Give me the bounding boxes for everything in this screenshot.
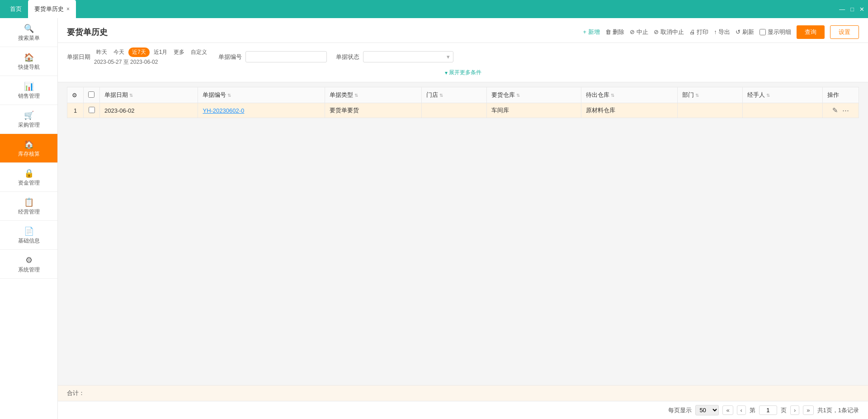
sidebar-item-label: 库存核算 xyxy=(18,150,40,158)
dept-sort-icon[interactable]: ⇅ xyxy=(695,93,699,98)
date-btns: 昨天 今天 近7天 近1月 更多 自定义 xyxy=(94,48,209,57)
settings-icon[interactable]: ⚙ xyxy=(72,92,77,99)
operations-mgmt-icon: 📋 xyxy=(24,198,34,206)
td-dept xyxy=(678,103,743,118)
td-req-warehouse: 车间库 xyxy=(486,103,581,118)
td-no[interactable]: YH-20230602-0 xyxy=(198,103,325,118)
show-detail-checkbox[interactable] xyxy=(760,29,766,35)
total-info: 共1页，1条记录 xyxy=(817,406,859,414)
window-maximize-btn[interactable]: □ xyxy=(850,6,854,13)
select-all-checkbox[interactable] xyxy=(88,91,94,98)
th-store-label: 门店 xyxy=(426,91,438,99)
pending-warehouse-sort-icon[interactable]: ⇅ xyxy=(611,93,614,98)
per-page-label: 每页显示 xyxy=(668,406,692,414)
window-minimize-btn[interactable]: — xyxy=(839,6,845,13)
pagination: 每页显示 20 50 100 « ‹ 第 页 › » 共1页，1条记录 xyxy=(58,401,868,419)
cancel-stop-button[interactable]: ⊘ 取消中止 xyxy=(654,28,684,36)
th-handler-label: 经手人 xyxy=(747,91,765,99)
sidebar-item-basic-info[interactable]: 📄 基础信息 xyxy=(0,221,57,250)
status-select[interactable] xyxy=(363,51,453,62)
th-pending-warehouse: 待出仓库 ⇅ xyxy=(581,87,678,103)
next-page-btn[interactable]: › xyxy=(790,405,799,415)
status-filter-group: 单据状态 ▾ xyxy=(336,51,453,62)
tab-close-btn[interactable]: × xyxy=(66,6,70,12)
main-layout: 🔍 搜索菜单 🏠 快捷导航 📊 销售管理 🛒 采购管理 🏠 库存核算 🔒 资金管… xyxy=(0,18,868,419)
stop-button[interactable]: ⊘ 中止 xyxy=(630,28,648,36)
date-sort-icon[interactable]: ⇅ xyxy=(129,93,133,98)
sidebar-item-system-mgmt[interactable]: ⚙ 系统管理 xyxy=(0,250,57,279)
sidebar-item-finance-mgmt[interactable]: 🔒 资金管理 xyxy=(0,163,57,192)
table-row: 1 2023-06-02 YH-20230602-0 要货单要货 车间库 原材料… xyxy=(67,103,859,118)
expand-more-label: 展开更多条件 xyxy=(449,69,481,76)
content-area: 要货单历史 + 新增 🗑 删除 ⊘ 中止 ⊘ 取消中止 🖨 打印 ↑ 导出 ↺ … xyxy=(58,18,868,419)
sidebar-item-search-menu[interactable]: 🔍 搜索菜单 xyxy=(0,18,57,47)
page-input[interactable] xyxy=(759,405,777,415)
first-page-btn[interactable]: « xyxy=(722,405,733,415)
set-button[interactable]: 设置 xyxy=(830,25,859,39)
handler-sort-icon[interactable]: ⇅ xyxy=(766,93,770,98)
delete-button[interactable]: 🗑 删除 xyxy=(605,28,625,36)
docno-input[interactable] xyxy=(245,51,327,62)
filter-area: 单据日期 昨天 今天 近7天 近1月 更多 自定义 2023-05-27 至 2… xyxy=(58,43,868,82)
docno-filter-group: 单据编号 xyxy=(218,51,327,62)
status-select-wrap: ▾ xyxy=(363,51,453,62)
td-checkbox xyxy=(84,103,100,118)
th-req-warehouse: 要货仓库 ⇅ xyxy=(486,87,581,103)
window-close-btn[interactable]: ✕ xyxy=(859,6,864,13)
sidebar-item-quick-nav[interactable]: 🏠 快捷导航 xyxy=(0,47,57,76)
page-suffix: 页 xyxy=(781,406,787,414)
date-range-display: 2023-05-27 至 2023-06-02 xyxy=(94,58,209,66)
sidebar: 🔍 搜索菜单 🏠 快捷导航 📊 销售管理 🛒 采购管理 🏠 库存核算 🔒 资金管… xyxy=(0,18,58,419)
date-btn-custom[interactable]: 自定义 xyxy=(189,48,209,57)
row-checkbox[interactable] xyxy=(89,107,95,113)
sidebar-item-operations-mgmt[interactable]: 📋 经营管理 xyxy=(0,192,57,221)
query-button[interactable]: 查询 xyxy=(797,25,825,39)
search-menu-icon: 🔍 xyxy=(24,24,34,33)
th-dept-label: 部门 xyxy=(682,91,694,99)
sidebar-item-label: 经营管理 xyxy=(18,208,40,216)
print-button[interactable]: 🖨 打印 xyxy=(689,28,709,36)
last-page-btn[interactable]: » xyxy=(803,405,813,415)
inventory-icon: 🏠 xyxy=(24,140,34,148)
req-warehouse-sort-icon[interactable]: ⇅ xyxy=(516,93,520,98)
tab-label: 要货单历史 xyxy=(34,5,64,13)
store-sort-icon[interactable]: ⇅ xyxy=(439,93,443,98)
date-btn-today[interactable]: 今天 xyxy=(111,48,127,57)
new-button[interactable]: + 新增 xyxy=(583,28,600,36)
th-ops: 操作 xyxy=(823,87,859,103)
refresh-button[interactable]: ↺ 刷新 xyxy=(736,28,754,36)
sidebar-item-sales-mgmt[interactable]: 📊 销售管理 xyxy=(0,76,57,105)
th-date-label: 单据日期 xyxy=(104,91,128,99)
date-btn-1month[interactable]: 近1月 xyxy=(151,48,170,57)
edit-op-icon[interactable]: ✎ xyxy=(831,106,840,114)
td-type: 要货单要货 xyxy=(325,103,421,118)
td-rownum: 1 xyxy=(67,103,84,118)
export-button[interactable]: ↑ 导出 xyxy=(714,28,730,36)
prev-page-btn[interactable]: ‹ xyxy=(737,405,746,415)
page-label: 第 xyxy=(750,406,755,414)
sidebar-item-label: 销售管理 xyxy=(18,92,40,100)
system-mgmt-icon: ⚙ xyxy=(25,256,33,264)
date-btn-more[interactable]: 更多 xyxy=(171,48,187,57)
th-dept: 部门 ⇅ xyxy=(678,87,743,103)
show-detail-label: 显示明细 xyxy=(768,28,791,36)
type-sort-icon[interactable]: ⇅ xyxy=(354,93,358,98)
top-nav: 首页 要货单历史 × — □ ✕ xyxy=(0,0,868,18)
sidebar-item-label: 资金管理 xyxy=(18,179,40,187)
table-area: ⚙ 单据日期 ⇅ 单据编号 xyxy=(58,82,868,385)
th-req-warehouse-label: 要货仓库 xyxy=(491,91,515,99)
basic-info-icon: 📄 xyxy=(24,227,34,235)
date-filter-group: 单据日期 昨天 今天 近7天 近1月 更多 自定义 2023-05-27 至 2… xyxy=(67,48,209,66)
sidebar-item-inventory[interactable]: 🏠 库存核算 xyxy=(0,134,57,163)
active-tab[interactable]: 要货单历史 × xyxy=(28,0,76,18)
date-btn-7days[interactable]: 近7天 xyxy=(128,48,150,57)
more-op-icon[interactable]: ⋯ xyxy=(841,106,850,114)
expand-more-button[interactable]: ▾ 展开更多条件 xyxy=(445,69,481,76)
sidebar-item-purchase-mgmt[interactable]: 🛒 采购管理 xyxy=(0,105,57,134)
th-no: 单据编号 ⇅ xyxy=(198,87,325,103)
date-btn-yesterday[interactable]: 昨天 xyxy=(94,48,109,57)
no-sort-icon[interactable]: ⇅ xyxy=(227,93,231,98)
home-tab[interactable]: 首页 xyxy=(4,0,28,18)
per-page-select[interactable]: 20 50 100 xyxy=(695,405,719,415)
th-settings: ⚙ xyxy=(67,87,84,103)
